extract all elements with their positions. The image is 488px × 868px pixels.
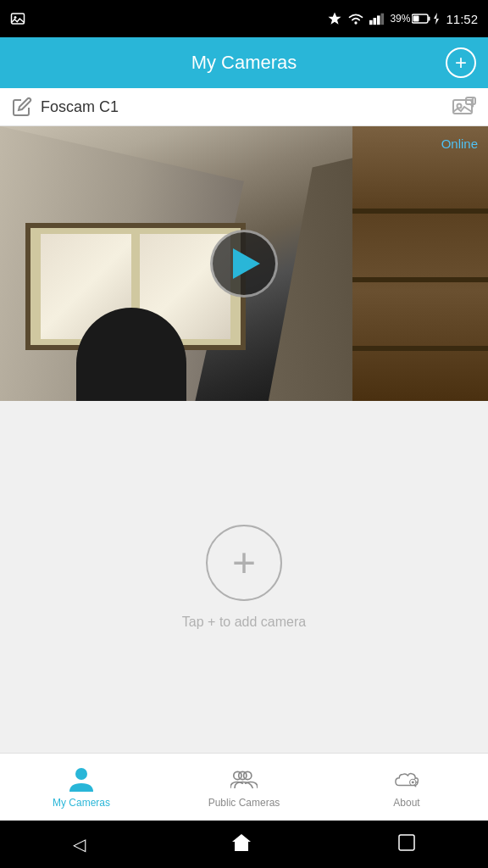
shelf-line-2 — [352, 277, 488, 282]
signal-icon — [369, 12, 385, 25]
svg-rect-11 — [453, 100, 472, 114]
add-camera-big-button[interactable]: + — [206, 525, 282, 601]
plus-icon: + — [455, 53, 467, 73]
play-button[interactable] — [210, 230, 278, 298]
plus-big-icon: + — [232, 542, 256, 583]
camera-item: Foscam C1 Online — [0, 88, 488, 401]
online-badge: Online — [441, 136, 478, 151]
svg-line-20 — [414, 777, 416, 779]
cloud-icon-area — [393, 766, 420, 793]
svg-point-3 — [355, 21, 358, 24]
shelf-line-3 — [352, 346, 488, 351]
status-bar: 39% 11:52 — [0, 0, 488, 37]
bottom-nav: My Cameras Public Cameras — [0, 753, 488, 821]
person-icon — [69, 766, 93, 793]
battery-percent: 39% — [390, 13, 410, 25]
svg-point-1 — [14, 16, 17, 19]
svg-rect-4 — [369, 20, 373, 25]
svg-rect-6 — [377, 15, 380, 25]
recent-icon — [398, 834, 415, 851]
svg-rect-7 — [381, 14, 385, 25]
nav-label-about: About — [393, 797, 419, 809]
svg-point-19 — [412, 781, 414, 783]
thumbnail-icon[interactable] — [452, 97, 476, 117]
camera-name-area: Foscam C1 — [12, 97, 119, 117]
time-display: 11:52 — [446, 12, 478, 26]
edit-icon[interactable] — [12, 97, 32, 117]
app-header: My Cameras + — [0, 37, 488, 88]
charging-icon — [432, 13, 441, 25]
play-triangle-icon — [233, 248, 260, 279]
app-title: My Cameras — [191, 52, 297, 74]
add-camera-hint: Tap + to add camera — [182, 615, 306, 630]
status-bar-right: 39% 11:52 — [327, 11, 478, 26]
nav-label-public-cameras: Public Cameras — [208, 797, 280, 809]
svg-point-17 — [239, 771, 247, 779]
svg-rect-9 — [429, 17, 430, 21]
home-icon — [231, 833, 252, 852]
svg-rect-0 — [12, 14, 25, 24]
camera-preview[interactable]: Online — [0, 126, 488, 401]
svg-marker-2 — [329, 13, 341, 25]
system-nav: ◁ — [0, 821, 488, 868]
recent-button[interactable] — [381, 827, 432, 862]
nav-item-public-cameras[interactable]: Public Cameras — [163, 754, 325, 821]
nav-item-my-cameras[interactable]: My Cameras — [0, 754, 163, 821]
svg-point-14 — [75, 768, 87, 780]
wifi-icon — [347, 12, 364, 25]
bookshelf — [352, 126, 488, 401]
star-icon — [327, 11, 342, 26]
my-cameras-icon-area — [68, 766, 95, 793]
image-icon — [10, 11, 25, 26]
nav-label-my-cameras: My Cameras — [53, 797, 110, 809]
group-icon — [230, 768, 258, 792]
add-camera-header-button[interactable]: + — [446, 47, 476, 78]
shelf-line-1 — [352, 209, 488, 214]
battery-icon — [412, 14, 430, 24]
back-button[interactable]: ◁ — [56, 827, 103, 861]
svg-rect-5 — [374, 18, 377, 25]
svg-rect-23 — [399, 835, 414, 850]
battery-indicator: 39% — [390, 13, 441, 25]
svg-point-12 — [458, 104, 462, 108]
svg-rect-10 — [413, 16, 419, 22]
empty-cameras-area: + Tap + to add camera — [0, 401, 488, 753]
nav-item-about[interactable]: About — [325, 754, 488, 821]
group-icon-area — [230, 766, 258, 793]
camera-header: Foscam C1 — [0, 88, 488, 126]
cloud-icon — [393, 768, 420, 792]
home-button[interactable] — [214, 826, 269, 863]
status-bar-left — [10, 11, 25, 26]
camera-name: Foscam C1 — [41, 98, 119, 116]
